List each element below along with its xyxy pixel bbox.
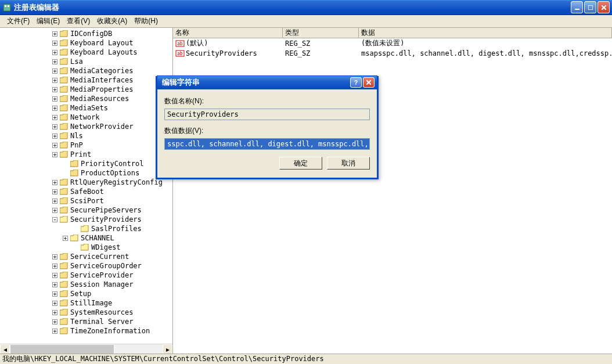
tree-node[interactable]: +SafeBoot	[0, 187, 172, 196]
expand-icon[interactable]: +	[52, 41, 57, 46]
expand-icon[interactable]: +	[52, 59, 57, 64]
tree-node[interactable]: +Session Manager	[0, 280, 172, 289]
tree-node[interactable]: -SecurityProviders	[0, 215, 172, 224]
tree-node-label: SaslProfiles	[91, 225, 142, 233]
expand-icon[interactable]: +	[52, 87, 57, 92]
value-row[interactable]: ab(默认)REG_SZ(数值未设置)	[173, 38, 612, 48]
registry-tree[interactable]: +IDConfigDB+Keyboard Layout+Keyboard Lay…	[0, 28, 172, 337]
column-type[interactable]: 类型	[283, 28, 359, 38]
dialog-title-bar[interactable]: 编辑字符串 ?	[157, 75, 377, 89]
tree-node[interactable]: +MediaResources	[0, 94, 172, 103]
expand-icon[interactable]: +	[52, 69, 57, 74]
tree-node[interactable]: +RtlQueryRegistryConfig	[0, 178, 172, 187]
close-button[interactable]	[597, 1, 610, 13]
tree-node[interactable]: +PnP	[0, 140, 172, 150]
folder-icon	[81, 244, 89, 251]
menu-file[interactable]: 文件(F)	[3, 15, 33, 27]
expand-icon[interactable]: +	[52, 143, 57, 148]
maximize-button[interactable]	[584, 1, 596, 13]
menu-view[interactable]: 查看(V)	[63, 15, 93, 27]
tree-node[interactable]: +ServiceGroupOrder	[0, 261, 172, 271]
expand-icon[interactable]: +	[52, 134, 57, 139]
expand-icon[interactable]: +	[52, 254, 57, 260]
expand-icon[interactable]: +	[52, 273, 57, 278]
expand-icon[interactable]: +	[52, 152, 57, 157]
ok-button[interactable]: 确定	[279, 157, 322, 170]
scroll-right-icon[interactable]: ▸	[163, 344, 172, 354]
tree-node[interactable]: +Nls	[0, 131, 172, 140]
folder-icon	[60, 309, 68, 316]
tree-node[interactable]: +MediaProperties	[0, 85, 172, 94]
tree-node[interactable]: +SecurePipeServers	[0, 206, 172, 215]
expand-icon[interactable]: +	[52, 310, 57, 315]
status-path: 我的电脑\HKEY_LOCAL_MACHINE\SYSTEM\CurrentCo…	[2, 354, 324, 364]
tree-node[interactable]: +MediaSets	[0, 103, 172, 113]
expand-icon[interactable]: +	[52, 31, 57, 37]
expand-icon[interactable]: +	[52, 301, 57, 306]
value-row[interactable]: abSecurityProvidersREG_SZmsapsspc.dll, s…	[173, 48, 612, 58]
tree-node-label: ProductOptions	[81, 169, 139, 177]
tree-node[interactable]: +Network	[0, 113, 172, 122]
tree-node[interactable]: +SCHANNEL	[0, 233, 172, 243]
tree-node-label: SecurityProviders	[70, 215, 142, 224]
svg-rect-2	[8, 5, 9, 7]
tree-node[interactable]: +Terminal Server	[0, 317, 172, 326]
tree-node[interactable]: +TimeZoneInformation	[0, 326, 172, 336]
tree-node[interactable]: +ScsiPort	[0, 196, 172, 206]
tree-node[interactable]: PriorityControl	[0, 159, 172, 168]
expand-icon[interactable]: +	[52, 189, 57, 194]
expand-icon[interactable]: +	[63, 236, 68, 241]
expand-icon[interactable]: +	[52, 180, 57, 185]
tree-node[interactable]: +ServiceProvider	[0, 271, 172, 280]
tree-node[interactable]: ProductOptions	[0, 168, 172, 178]
expand-icon[interactable]: +	[52, 115, 57, 120]
tree-node[interactable]: +NetworkProvider	[0, 122, 172, 131]
tree-node[interactable]: +StillImage	[0, 298, 172, 308]
expand-icon[interactable]: +	[52, 50, 57, 55]
tree-node[interactable]: +IDConfigDB	[0, 29, 172, 38]
scroll-left-icon[interactable]: ◂	[0, 344, 10, 354]
tree-node-label: ScsiPort	[70, 197, 104, 205]
expand-icon[interactable]: +	[52, 264, 57, 269]
menu-edit[interactable]: 编辑(E)	[33, 15, 63, 27]
expand-icon[interactable]: +	[52, 199, 57, 204]
menu-help[interactable]: 帮助(H)	[131, 15, 161, 27]
folder-icon	[70, 235, 78, 242]
tree-node[interactable]: +Setup	[0, 289, 172, 298]
expand-icon[interactable]: +	[52, 106, 57, 111]
menu-favorites[interactable]: 收藏夹(A)	[93, 15, 131, 27]
column-data[interactable]: 数据	[359, 28, 612, 38]
value-list[interactable]: ab(默认)REG_SZ(数值未设置)abSecurityProvidersRE…	[173, 38, 612, 58]
tree-node-label: PnP	[70, 141, 83, 149]
expand-icon[interactable]: +	[52, 78, 57, 83]
menu-bar: 文件(F) 编辑(E) 查看(V) 收藏夹(A) 帮助(H)	[0, 15, 612, 28]
dialog-title: 编辑字符串	[160, 77, 350, 88]
expand-icon[interactable]: +	[52, 282, 57, 287]
folder-icon	[60, 327, 68, 334]
tree-horizontal-scrollbar[interactable]: ◂ ▸	[0, 344, 172, 354]
tree-node[interactable]: +MediaCategories	[0, 66, 172, 75]
collapse-icon[interactable]: -	[52, 217, 57, 222]
tree-node[interactable]: +MediaInterfaces	[0, 75, 172, 85]
expand-icon[interactable]: +	[52, 96, 57, 102]
dialog-close-button[interactable]	[363, 77, 375, 88]
expand-icon[interactable]: +	[52, 208, 57, 213]
expand-icon[interactable]: +	[52, 329, 57, 334]
expand-icon[interactable]: +	[52, 124, 57, 129]
tree-node[interactable]: +Keyboard Layout	[0, 38, 172, 48]
value-data-input[interactable]	[164, 138, 370, 150]
column-name[interactable]: 名称	[173, 28, 283, 38]
tree-node[interactable]: +ServiceCurrent	[0, 252, 172, 261]
tree-node-label: Terminal Server	[70, 318, 133, 326]
expand-icon[interactable]: +	[52, 291, 57, 297]
tree-node[interactable]: WDigest	[0, 243, 172, 252]
cancel-button[interactable]: 取消	[327, 157, 370, 170]
tree-node[interactable]: +Print	[0, 150, 172, 159]
tree-node[interactable]: +Lsa	[0, 57, 172, 66]
dialog-help-button[interactable]: ?	[350, 77, 362, 88]
minimize-button[interactable]	[571, 1, 583, 13]
expand-icon[interactable]: +	[52, 319, 57, 325]
tree-node[interactable]: +SystemResources	[0, 308, 172, 317]
tree-node[interactable]: +Keyboard Layouts	[0, 48, 172, 57]
tree-node[interactable]: SaslProfiles	[0, 224, 172, 233]
